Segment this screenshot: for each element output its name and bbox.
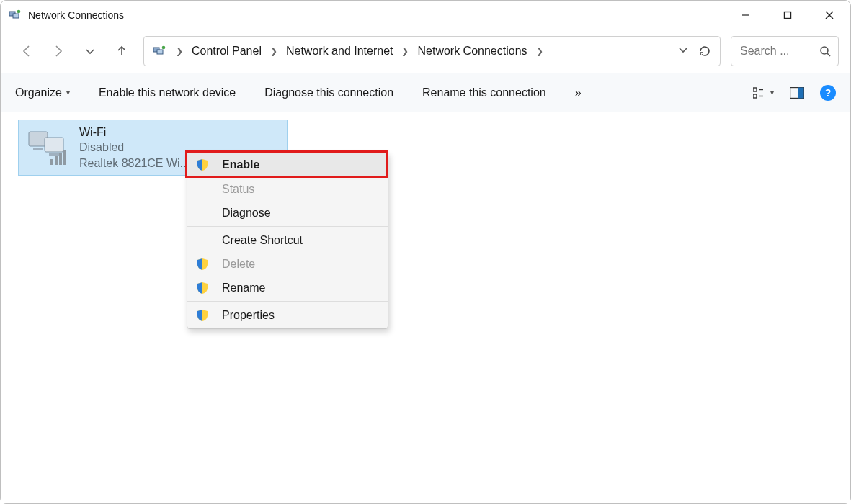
location-icon [148, 37, 171, 66]
svg-rect-1 [13, 14, 19, 18]
address-bar[interactable]: ❯ Control Panel ❯ Network and Internet ❯… [143, 36, 721, 66]
recent-locations-button[interactable] [76, 37, 104, 66]
ctx-status: Status [187, 177, 388, 201]
up-button[interactable] [107, 37, 136, 66]
shield-icon [196, 158, 209, 171]
annotation-highlight [185, 150, 388, 178]
context-menu: Enable Status Diagnose Create Shortcut D… [187, 152, 388, 329]
command-bar: Organize ▾ Enable this network device Di… [1, 73, 850, 112]
svg-rect-20 [45, 138, 63, 152]
ctx-diagnose-label: Diagnose [222, 207, 271, 220]
connection-name: Wi-Fi [79, 125, 190, 140]
chevron-down-icon: ▾ [770, 89, 774, 96]
app-icon [8, 8, 22, 22]
svg-rect-24 [59, 153, 62, 165]
preview-pane-button[interactable] [790, 87, 804, 99]
ctx-status-label: Status [222, 183, 254, 196]
search-icon[interactable] [819, 45, 831, 57]
adapter-icon [26, 127, 72, 168]
connection-status: Disabled [79, 140, 190, 156]
titlebar: Network Connections [1, 1, 850, 30]
window-title: Network Connections [28, 9, 124, 21]
view-options-button[interactable]: ▾ [753, 87, 774, 99]
rename-button[interactable]: Rename this connection [422, 86, 546, 99]
address-dropdown-button[interactable] [678, 45, 688, 58]
svg-point-9 [162, 46, 166, 50]
ctx-delete: Delete [187, 252, 388, 276]
close-button[interactable] [808, 1, 850, 30]
ctx-create-shortcut-label: Create Shortcut [222, 234, 303, 247]
overflow-button[interactable]: » [575, 86, 582, 99]
chevron-right-icon[interactable]: ❯ [400, 46, 410, 56]
chevron-right-icon[interactable]: ❯ [269, 46, 279, 56]
ctx-properties[interactable]: Properties [187, 303, 388, 327]
diagnose-button[interactable]: Diagnose this connection [264, 86, 393, 99]
svg-rect-23 [55, 156, 58, 165]
ctx-rename[interactable]: Rename [187, 276, 388, 300]
separator [187, 301, 388, 302]
navbar: ❯ Control Panel ❯ Network and Internet ❯… [1, 30, 850, 73]
window: Network Connections [0, 0, 851, 504]
connection-device: Realtek 8821CE Wi... [79, 156, 190, 171]
maximize-button[interactable] [767, 1, 808, 30]
organize-label: Organize [15, 86, 62, 99]
svg-rect-25 [63, 150, 66, 165]
window-controls [725, 1, 850, 30]
chevron-right-icon[interactable]: ❯ [174, 46, 184, 56]
svg-rect-12 [753, 88, 757, 91]
help-button[interactable]: ? [820, 85, 836, 101]
content-area[interactable]: Wi-Fi Disabled Realtek 8821CE Wi... Enab… [1, 112, 850, 503]
forward-button[interactable] [44, 37, 73, 66]
search-input[interactable] [739, 44, 803, 58]
breadcrumb-control-panel[interactable]: Control Panel [187, 37, 266, 66]
chevron-right-icon[interactable]: ❯ [535, 46, 545, 56]
shield-icon [196, 282, 209, 294]
svg-rect-8 [157, 50, 163, 54]
ctx-enable[interactable]: Enable [187, 153, 388, 177]
svg-rect-19 [33, 148, 43, 150]
svg-point-10 [821, 47, 828, 54]
svg-line-11 [827, 53, 830, 56]
minimize-button[interactable] [725, 1, 767, 30]
chevron-down-icon: ▾ [66, 89, 70, 96]
breadcrumb-network-connections[interactable]: Network Connections [413, 37, 531, 66]
separator [187, 226, 388, 227]
refresh-button[interactable] [698, 45, 711, 58]
breadcrumb-network-internet[interactable]: Network and Internet [282, 37, 398, 66]
search-box[interactable] [731, 36, 839, 66]
connection-item-text: Wi-Fi Disabled Realtek 8821CE Wi... [79, 125, 190, 171]
svg-rect-21 [49, 153, 59, 156]
svg-point-2 [17, 10, 21, 14]
ctx-diagnose[interactable]: Diagnose [187, 201, 388, 225]
shield-icon [196, 309, 209, 322]
svg-rect-22 [50, 159, 53, 165]
svg-rect-14 [753, 94, 757, 98]
ctx-rename-label: Rename [222, 282, 265, 294]
svg-rect-4 [785, 12, 791, 19]
shield-icon [196, 258, 209, 271]
ctx-properties-label: Properties [222, 309, 275, 322]
back-button[interactable] [12, 37, 41, 66]
ctx-create-shortcut[interactable]: Create Shortcut [187, 228, 388, 252]
svg-rect-17 [798, 87, 804, 98]
ctx-delete-label: Delete [222, 258, 255, 271]
organize-menu[interactable]: Organize ▾ [15, 86, 70, 99]
ctx-enable-label: Enable [222, 158, 259, 171]
enable-device-button[interactable]: Enable this network device [99, 86, 236, 99]
